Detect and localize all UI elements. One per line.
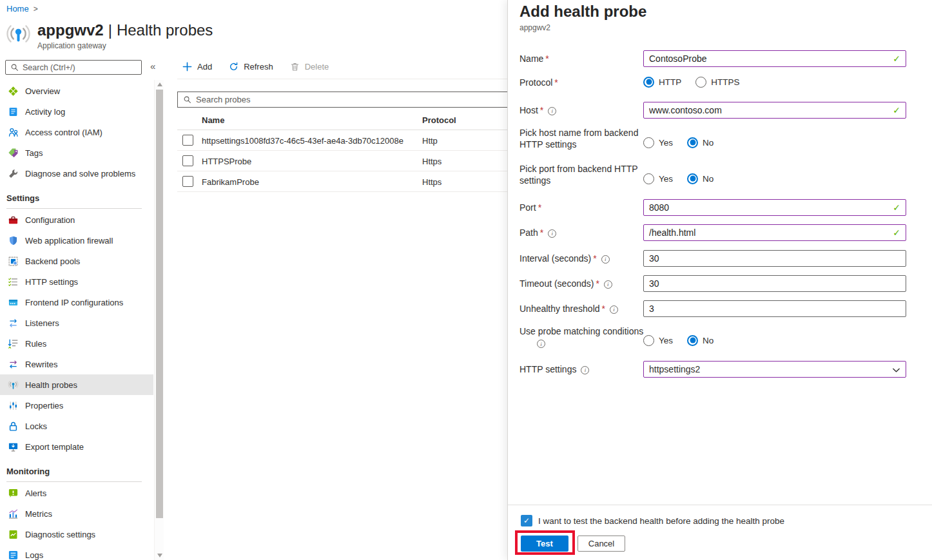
sidebar-item-diagnostic-settings[interactable]: Diagnostic settings [0,524,153,545]
radio-http[interactable]: HTTP [643,77,681,88]
host-label: Host [519,104,643,116]
info-icon[interactable] [537,340,545,348]
sidebar-item-logs[interactable]: Logs [0,545,153,560]
scrollbar-up-arrow[interactable] [155,80,164,89]
radio-no[interactable]: No [687,137,714,148]
sidebar-item-label: Logs [25,550,43,560]
host-input[interactable] [643,102,906,119]
probe-protocol: Http [422,136,438,146]
path-input[interactable] [643,224,906,241]
probe-name: httpsettings1008fd37c-46c5-43ef-ae4a-3db… [202,136,403,146]
radio-no[interactable]: No [687,173,714,184]
valid-check-icon [893,202,900,213]
sidebar-item-frontend-ip-configurations[interactable]: Frontend IP configurations [0,292,153,313]
radio-icon [687,173,698,184]
required-asterisk [554,77,558,88]
alerts-icon [8,488,19,499]
http-settings-field-row: HTTP settings httpsettings2 [508,361,932,378]
row-checkbox[interactable] [182,176,193,187]
footer-divider [508,505,932,505]
sidebar-item-health-probes[interactable]: Health probes [0,374,153,395]
sidebar-item-rules[interactable]: Rules [0,333,153,354]
scrollbar-down-arrow[interactable] [155,551,164,560]
radio-no[interactable]: No [687,335,714,346]
sidebar-item-label: Web application firewall [25,236,113,246]
radio-icon [643,173,654,184]
sidebar-item-tags[interactable]: Tags [0,142,153,163]
table-row[interactable]: httpsettings1008fd37c-46c5-43ef-ae4a-3db… [177,130,508,151]
row-checkbox[interactable] [182,135,193,146]
name-input[interactable] [643,50,906,67]
delete-button[interactable]: Delete [290,62,329,72]
interval-input[interactable] [643,250,906,267]
protocol-radio-group: HTTPHTTPS [643,76,906,88]
sidebar-scrollbar[interactable] [154,80,164,560]
info-icon[interactable] [548,107,556,115]
info-icon[interactable] [581,366,589,374]
radio-icon [687,335,698,346]
radio-yes[interactable]: Yes [643,137,673,148]
sidebar-item-rewrites[interactable]: Rewrites [0,354,153,374]
refresh-button[interactable]: Refresh [229,62,273,72]
timeout-input[interactable] [643,275,906,292]
unhealthy-threshold-input[interactable] [643,300,906,317]
port-input[interactable] [643,199,906,216]
radio-yes[interactable]: Yes [643,335,673,346]
http-settings-select[interactable]: httpsettings2 [643,361,906,378]
row-checkbox[interactable] [182,155,193,166]
sidebar-item-web-application-firewall[interactable]: Web application firewall [0,230,153,251]
test-button[interactable]: Test [521,536,568,552]
cancel-button[interactable]: Cancel [578,536,625,552]
sidebar-item-properties[interactable]: Properties [0,395,153,416]
panel-title: Add health probe [519,3,646,21]
scrollbar-thumb[interactable] [156,90,163,518]
radio-https[interactable]: HTTPS [695,77,739,88]
sidebar-section-monitoring: Monitoring [6,463,142,482]
host-field-row: Host [508,102,932,119]
sidebar-item-overview[interactable]: Overview [0,81,153,101]
sidebar-item-label: Export template [25,442,84,452]
sidebar-search-input[interactable] [23,63,137,72]
breadcrumb-home-link[interactable]: Home [6,4,29,14]
probe-matching-radio-group: YesNo [643,334,906,346]
search-icon [183,95,191,104]
breadcrumb-separator: > [34,5,38,14]
table-row[interactable]: FabrikamProbeHttps [177,171,508,192]
sidebar-item-backend-pools[interactable]: Backend pools [0,251,153,271]
sidebar-item-label: Metrics [25,509,52,519]
trash-icon [290,62,300,72]
sidebar-item-label: Rewrites [25,360,58,369]
test-backend-checkbox-row: I want to test the backend health before… [521,515,784,526]
sidebar-item-alerts[interactable]: Alerts [0,483,153,503]
sidebar-item-listeners[interactable]: Listeners [0,313,153,333]
valid-check-icon [893,105,900,115]
search-icon [10,63,19,72]
sidebar-item-label: Locks [25,421,47,431]
info-icon[interactable] [610,305,618,314]
sidebar-item-activity-log[interactable]: Activity log [0,101,153,122]
health-probes-list: Add Refresh Delete Name Protocol httpset… [177,0,508,560]
sidebar-item-diagnose-and-solve-problems[interactable]: Diagnose and solve problems [0,163,153,184]
sidebar-item-access-control-iam[interactable]: Access control (IAM) [0,122,153,142]
sidebar-item-export-template[interactable]: Export template [0,436,153,457]
test-backend-checkbox[interactable] [521,515,532,526]
sidebar-item-locks[interactable]: Locks [0,416,153,436]
sidebar-section-settings: Settings [6,189,142,209]
sidebar-item-metrics[interactable]: Metrics [0,503,153,524]
table-row[interactable]: HTTPSProbeHttps [177,151,508,171]
waf-icon [8,235,19,246]
command-bar: Add Refresh Delete [182,58,329,75]
sidebar-item-label: Listeners [25,318,59,328]
health-probes-icon [8,380,19,391]
probe-search-input[interactable] [196,95,502,104]
sidebar-item-configuration[interactable]: Configuration [0,209,153,230]
info-icon[interactable] [601,255,610,264]
add-button[interactable]: Add [182,62,212,72]
info-icon[interactable] [548,229,556,238]
probe-matching-label: Use probe matching conditions [519,325,655,337]
radio-yes[interactable]: Yes [643,173,673,184]
sidebar-collapse-button[interactable]: « [150,61,155,72]
port-field-row: Port [508,199,932,216]
sidebar-item-http-settings[interactable]: HTTP settings [0,271,153,292]
info-icon[interactable] [604,280,612,289]
